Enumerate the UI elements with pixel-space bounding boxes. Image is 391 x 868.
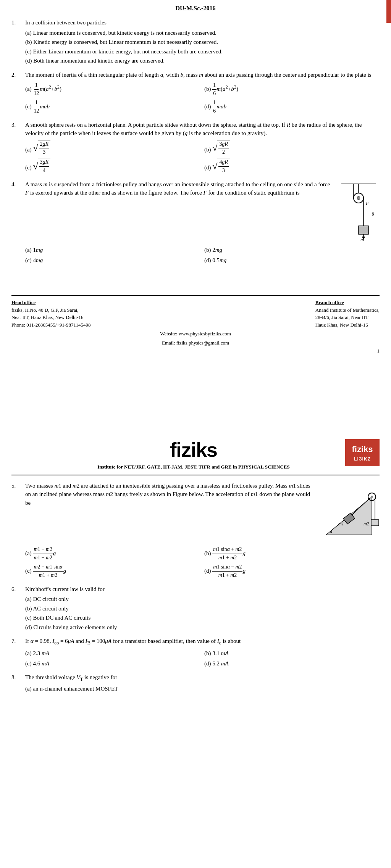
footer-offices: Head office fiziks, H.No. 40 D, G.F, Jia… bbox=[11, 299, 380, 329]
q3-options: (a) √2gR3 (b) √3gR2 (c) √3gR4 (d) √4gR3 bbox=[25, 139, 380, 175]
footer-website: Website: www.physicsbyfiziks.com bbox=[11, 330, 380, 338]
fiziks-box-title: fiziks bbox=[351, 443, 374, 456]
q7-row: 7. If α = 0.98, Ico = 6μA and IB = 100μA… bbox=[11, 637, 380, 647]
page-title: DU-M.Sc.-2016 bbox=[11, 4, 380, 13]
q2-option-b: (b) 16m(a2+b2) bbox=[204, 81, 380, 97]
q3-option-b: (b) √3gR2 bbox=[204, 140, 380, 156]
q1-option-a: (a) Linear momentum is conserved, but ki… bbox=[25, 29, 380, 37]
svg-text:F: F bbox=[365, 200, 369, 206]
question-4: 4. A mass m is suspended from a friction… bbox=[11, 180, 380, 265]
svg-text:m2: m2 bbox=[364, 521, 369, 527]
q1-text: In a collision between two particles bbox=[25, 18, 380, 27]
page-2: fiziks Institute for NET/JRF, GATE, IIT-… bbox=[0, 431, 391, 706]
q2-number: 2. bbox=[11, 71, 25, 79]
q3-number: 3. bbox=[11, 121, 25, 138]
q4-option-d: (d) 0.5mg bbox=[204, 256, 380, 265]
question-3: 3. A smooth sphere rests on a horizontal… bbox=[11, 121, 380, 175]
q3-option-d: (d) √4gR3 bbox=[204, 158, 380, 174]
pulley-svg: F g m bbox=[338, 180, 380, 241]
fiziks-box-sub: LIЗIKZ bbox=[351, 456, 374, 462]
fiziks-subtitle: Institute for NET/JRF, GATE, IIT-JAM, JE… bbox=[97, 463, 289, 471]
svg-rect-8 bbox=[359, 226, 368, 234]
q8-options: (a) an n-channel enhancement MOSFET bbox=[25, 684, 380, 693]
q8-text: The threshold voltage VT is negative for bbox=[25, 673, 380, 683]
q8-row: 8. The threshold voltage VT is negative … bbox=[11, 673, 380, 683]
q1-options: (a) Linear momentum is conserved, but ki… bbox=[25, 29, 380, 65]
q6-text: Kirchhoff's current law is valid for bbox=[25, 585, 380, 594]
q5-row: 5. Two masses m1 and m2 are attached to … bbox=[11, 482, 380, 545]
q6-option-b: (b) AC circuit only bbox=[25, 604, 380, 613]
q5-option-d: (d) m1 sinα − m2m1 + m2g bbox=[204, 563, 380, 579]
q5-options: (a) m1 − m2m1 + m2g (b) m1 sinα + m2m1 +… bbox=[25, 545, 380, 580]
fiziks-header: fiziks Institute for NET/JRF, GATE, IIT-… bbox=[11, 435, 380, 475]
question-8: 8. The threshold voltage VT is negative … bbox=[11, 673, 380, 693]
head-office-line2: Near IIT, Hauz Khas, New Delhi-16 bbox=[11, 314, 91, 321]
svg-text:m1: m1 bbox=[338, 521, 344, 527]
q3-option-a: (a) √2gR3 bbox=[25, 140, 200, 156]
q2-option-d: (d) 16mab bbox=[204, 99, 380, 115]
q5-option-a: (a) m1 − m2m1 + m2g bbox=[25, 546, 200, 562]
q6-option-d: (d) Circuits having active elements only bbox=[25, 623, 380, 632]
footer-divider: Head office fiziks, H.No. 40 D, G.F, Jia… bbox=[11, 295, 380, 355]
q1-row: 1. In a collision between two particles bbox=[11, 18, 380, 27]
svg-text:g: g bbox=[372, 210, 375, 216]
q4-option-c: (c) 4mg bbox=[25, 256, 200, 265]
svg-text:α: α bbox=[330, 529, 333, 534]
q2-options: (a) 112m(a2+b2) (b) 16m(a2+b2) (c) 112ma… bbox=[25, 81, 380, 115]
svg-rect-19 bbox=[371, 520, 379, 526]
q7-options: (a) 2.3 mA (b) 3.1 mA (c) 4.6 mA (d) 5.2… bbox=[25, 648, 380, 668]
document: DU-M.Sc.-2016 1. In a collision between … bbox=[0, 0, 391, 706]
q7-option-a: (a) 2.3 mA bbox=[25, 649, 200, 658]
q7-text: If α = 0.98, Ico = 6μA and IB = 100μA fo… bbox=[25, 637, 380, 647]
q4-option-b: (b) 2mg bbox=[204, 246, 380, 254]
q2-row: 2. The moment of inertia of a thin recta… bbox=[11, 71, 380, 79]
branch-office-line1: Anand Institute of Mathematics, bbox=[315, 306, 380, 314]
fiziks-main-logo: fiziks bbox=[97, 435, 289, 465]
question-7: 7. If α = 0.98, Ico = 6μA and IB = 100μA… bbox=[11, 637, 380, 668]
q5-option-b: (b) m1 sinα + m2m1 + m2g bbox=[204, 546, 380, 562]
q8-option-a: (a) an n-channel enhancement MOSFET bbox=[25, 684, 380, 693]
q3-text: A smooth sphere rests on a horizontal pl… bbox=[25, 121, 380, 138]
q3-option-c: (c) √3gR4 bbox=[25, 158, 200, 174]
branch-office-line2: 28-B/6, Jia Sarai, Near IIT bbox=[315, 314, 380, 321]
q1-option-c: (c) Either Linear momentum or kinetic en… bbox=[25, 47, 380, 56]
q4-row: 4. A mass m is suspended from a friction… bbox=[11, 180, 380, 244]
question-1: 1. In a collision between two particles … bbox=[11, 18, 380, 65]
fiziks-box-logo: fiziks LIЗIKZ bbox=[345, 439, 380, 466]
head-office-line3: Phone: 011-26865455/+91-9871145498 bbox=[11, 321, 91, 329]
q5-number: 5. bbox=[11, 482, 25, 545]
q5-container: Two masses m1 and m2 are attached to an … bbox=[25, 482, 380, 545]
q7-number: 7. bbox=[11, 637, 25, 647]
svg-point-3 bbox=[357, 196, 360, 200]
branch-office: Branch office Anand Institute of Mathema… bbox=[315, 299, 380, 329]
q4-container: A mass m is suspended from a frictionles… bbox=[25, 180, 380, 244]
question-2: 2. The moment of inertia of a thin recta… bbox=[11, 71, 380, 115]
head-office: Head office fiziks, H.No. 40 D, G.F, Jia… bbox=[11, 299, 91, 329]
page-1: DU-M.Sc.-2016 1. In a collision between … bbox=[0, 0, 391, 431]
question-5: 5. Two masses m1 and m2 are attached to … bbox=[11, 482, 380, 580]
q7-option-b: (b) 3.1 mA bbox=[204, 649, 380, 658]
q4-options: (a) 1mg (b) 2mg (c) 4mg (d) 0.5mg bbox=[25, 245, 380, 264]
q4-option-a: (a) 1mg bbox=[25, 246, 200, 254]
q5-option-c: (c) m2 − m1 sinαm1 + m2g bbox=[25, 563, 200, 579]
inclined-plane-svg: α m1 m2 bbox=[318, 482, 380, 543]
footer-email: Email: fiziks.physics@gmail.com bbox=[11, 339, 380, 347]
q1-option-d: (d) Both linear momentum and kinetic ene… bbox=[25, 56, 380, 65]
footer-page-num: 1 bbox=[11, 347, 380, 355]
q1-number: 1. bbox=[11, 18, 25, 27]
q6-options: (a) DC circuit only (b) AC circuit only … bbox=[25, 595, 380, 631]
branch-office-line3: Hauz Khas, New Delhi-16 bbox=[315, 321, 380, 329]
q6-option-a: (a) DC circuit only bbox=[25, 595, 380, 604]
q6-row: 6. Kirchhoff's current law is valid for bbox=[11, 585, 380, 594]
red-corner-bar bbox=[386, 0, 391, 23]
q7-option-d: (d) 5.2 mA bbox=[204, 659, 380, 668]
fiziks-logo-center: fiziks Institute for NET/JRF, GATE, IIT-… bbox=[97, 435, 289, 471]
head-office-label: Head office bbox=[11, 299, 91, 306]
head-office-line1: fiziks, H.No. 40 D, G.F, Jia Sarai, bbox=[11, 306, 91, 314]
q6-option-c: (c) Both DC and AC circuits bbox=[25, 614, 380, 622]
q5-figure: α m1 m2 bbox=[318, 482, 380, 545]
q2-option-a: (a) 112m(a2+b2) bbox=[25, 81, 200, 97]
q6-number: 6. bbox=[11, 585, 25, 594]
q5-text: Two masses m1 and m2 are attached to an … bbox=[25, 482, 313, 507]
q4-figure: F g m bbox=[338, 180, 380, 244]
